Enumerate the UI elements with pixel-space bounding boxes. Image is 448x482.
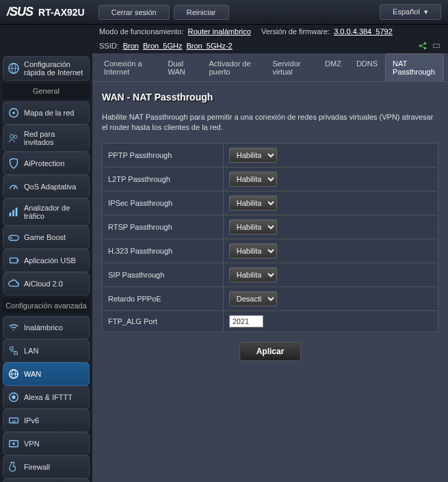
chart-icon: [8, 206, 20, 218]
ftp-port-input[interactable]: [229, 315, 263, 327]
setting-select[interactable]: Habilitar: [229, 172, 277, 187]
svg-point-33: [12, 442, 15, 445]
setting-row: PPTP PassthroughHabilitar: [103, 143, 438, 167]
qos-icon: [8, 180, 20, 193]
sidebar-item-label: VPN: [24, 440, 40, 448]
sidebar-item-label: Inalámbrico: [24, 323, 63, 332]
svg-rect-14: [10, 213, 12, 216]
sidebar-advanced-header: Configuración avanzada: [3, 298, 90, 313]
vpn-icon: [8, 438, 20, 450]
brand-logo: /SUS: [7, 5, 33, 19]
svg-rect-24: [14, 352, 18, 355]
language-select[interactable]: Español ▾: [380, 4, 441, 20]
logout-button[interactable]: Cerrar sesión: [98, 5, 170, 20]
mode-link[interactable]: Router inalámbrico: [188, 27, 251, 36]
setting-row: L2TP PassthroughHabilitar: [103, 167, 438, 191]
svg-line-3: [421, 44, 425, 46]
sidebar-item[interactable]: AiCloud 2.0: [3, 272, 90, 295]
sidebar-quick-label: Configuración rápida de Internet: [24, 60, 85, 77]
sidebar-item[interactable]: Alexa & IFTTT: [3, 386, 90, 409]
svg-point-10: [12, 111, 15, 114]
sidebar-item-label: WAN: [24, 370, 41, 378]
setting-select[interactable]: Habilitar: [229, 148, 277, 163]
tab[interactable]: Servidor virtual: [265, 53, 317, 81]
guest-icon: [8, 132, 20, 144]
sidebar-item[interactable]: Red para invitados: [3, 124, 90, 152]
setting-row: FTP_ALG Port: [103, 310, 438, 332]
firmware-link[interactable]: 3.0.0.4.384_5792: [334, 27, 393, 36]
ssid-label: SSID:: [99, 42, 119, 50]
sidebar-item-label: AiProtection: [24, 159, 64, 168]
sidebar-item[interactable]: Mapa de la red: [3, 101, 90, 124]
setting-label: SIP Passthrough: [103, 263, 224, 286]
sidebar-item[interactable]: QoS Adaptativa: [3, 175, 90, 198]
sidebar-item[interactable]: Aplicación USB: [3, 249, 90, 272]
tab[interactable]: Activador de puerto: [201, 53, 265, 81]
sidebar-item[interactable]: AiProtection: [3, 152, 90, 175]
sidebar-quick-setup[interactable]: Configuración rápida de Internet: [3, 56, 90, 81]
mode-label: Modo de funcionamiento:: [99, 27, 184, 36]
sidebar-item-label: Firewall: [24, 463, 50, 471]
tab[interactable]: Dual WAN: [161, 53, 202, 81]
svg-point-29: [12, 395, 15, 399]
usb-icon: [8, 254, 20, 267]
mesh-icon[interactable]: [418, 41, 427, 51]
setting-select[interactable]: Habilitar: [229, 196, 277, 211]
tab[interactable]: Conexión a Internet: [96, 53, 161, 81]
sidebar-item[interactable]: LAN: [3, 339, 90, 362]
wifi-icon: [8, 321, 20, 334]
usb-icon[interactable]: [432, 41, 441, 51]
sidebar-item[interactable]: Firewall: [3, 455, 90, 479]
sidebar-item[interactable]: Analizador de tráfico: [3, 198, 90, 226]
ssid-3[interactable]: Bron_5GHz-2: [186, 42, 232, 50]
setting-label: L2TP Passthrough: [103, 167, 224, 191]
sidebar-item[interactable]: Administración: [3, 479, 90, 482]
sidebar-item-label: QoS Adaptativa: [24, 183, 76, 191]
sidebar-item[interactable]: v6IPv6: [3, 409, 90, 432]
sidebar-item[interactable]: VPN: [3, 432, 90, 455]
sidebar-item-label: AiCloud 2.0: [24, 280, 63, 288]
tab[interactable]: DDNS: [349, 53, 385, 81]
content-area: Conexión a InternetDual WANActivador de …: [92, 53, 448, 482]
setting-row: Retardo PPPoEDesactivar: [103, 286, 438, 310]
setting-select[interactable]: Habilitar: [229, 267, 277, 282]
game-icon: [8, 231, 20, 243]
sidebar: Configuración rápida de Internet General…: [0, 53, 92, 482]
sidebar-item-label: Red para invitados: [24, 130, 85, 146]
setting-select[interactable]: Habilitar: [229, 243, 277, 258]
settings-table: PPTP PassthroughHabilitarL2TP Passthroug…: [102, 143, 438, 332]
reboot-button[interactable]: Reiniciar: [174, 5, 229, 20]
sidebar-item-label: Analizador de tráfico: [24, 204, 85, 220]
fire-icon: [8, 461, 20, 473]
svg-rect-20: [10, 258, 18, 263]
model-name: RT-AX92U: [38, 7, 85, 18]
sidebar-item-label: Game Boost: [24, 233, 66, 241]
sidebar-item[interactable]: Inalámbrico: [3, 316, 90, 339]
sidebar-item[interactable]: WAN: [3, 362, 90, 386]
sidebar-item[interactable]: Game Boost: [3, 226, 90, 249]
logo: /SUS RT-AX92U: [7, 5, 85, 19]
svg-line-13: [14, 186, 16, 189]
setting-select[interactable]: Habilitar: [229, 219, 277, 235]
tab[interactable]: NAT Passthrough: [385, 53, 444, 81]
ssid-1[interactable]: Bron: [123, 42, 139, 50]
setting-select[interactable]: Desactivar: [229, 291, 277, 306]
setting-label: RTSP Passthrough: [103, 215, 224, 239]
sidebar-item-label: Alexa & IFTTT: [24, 393, 73, 401]
setting-label: FTP_ALG Port: [103, 310, 224, 332]
page-title: WAN - NAT Passthrough: [102, 92, 438, 103]
ssid-2[interactable]: Bron_5GHz: [143, 42, 182, 50]
svg-line-4: [421, 46, 425, 49]
ipv6-icon: v6: [8, 414, 20, 427]
setting-row: H.323 PassthroughHabilitar: [103, 239, 438, 263]
svg-rect-5: [434, 44, 440, 47]
wan-icon: [8, 368, 20, 380]
setting-label: Retardo PPPoE: [103, 286, 224, 310]
shield-icon: [8, 157, 20, 170]
sidebar-item-label: LAN: [24, 347, 38, 355]
tab[interactable]: DMZ: [317, 53, 349, 81]
svg-rect-23: [10, 347, 14, 350]
setting-label: IPSec Passthrough: [103, 191, 224, 215]
alexa-icon: [8, 391, 20, 403]
apply-button[interactable]: Aplicar: [239, 342, 302, 361]
